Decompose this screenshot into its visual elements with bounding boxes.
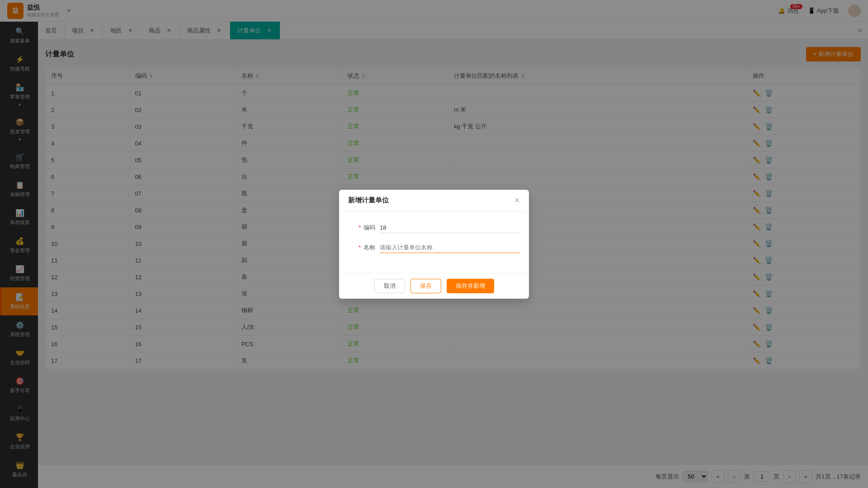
required-star: * <box>359 244 361 251</box>
modal-header: 新增计量单位 ✕ <box>339 190 529 211</box>
modal-close-btn[interactable]: ✕ <box>514 196 520 205</box>
name-input[interactable] <box>380 242 520 253</box>
modal-overlay[interactable]: 新增计量单位 ✕ * 编码 * 名称 取消 保存 保存并新增 <box>0 0 868 488</box>
code-label: * 编码 <box>348 224 375 232</box>
save-button[interactable]: 保存 <box>410 279 441 293</box>
add-uom-modal: 新增计量单位 ✕ * 编码 * 名称 取消 保存 保存并新增 <box>339 190 529 299</box>
modal-body: * 编码 * 名称 <box>339 211 529 273</box>
modal-title: 新增计量单位 <box>348 196 389 205</box>
save-and-new-button[interactable]: 保存并新增 <box>447 279 494 293</box>
form-row-code: * 编码 <box>348 222 520 233</box>
modal-footer: 取消 保存 保存并新增 <box>339 273 529 299</box>
cancel-button[interactable]: 取消 <box>374 279 405 293</box>
name-label: * 名称 <box>348 244 375 252</box>
code-input[interactable] <box>380 222 520 233</box>
form-row-name: * 名称 <box>348 242 520 253</box>
required-star: * <box>359 224 361 231</box>
